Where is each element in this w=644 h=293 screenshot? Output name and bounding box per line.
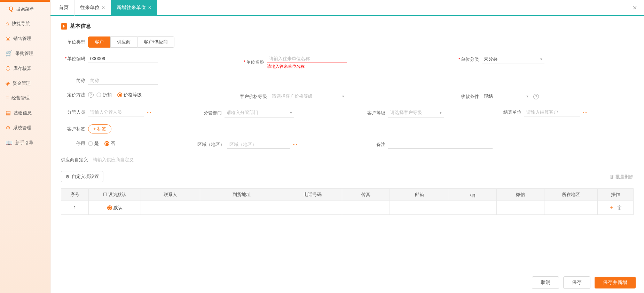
basic-icon: ▤ [6, 109, 11, 116]
col-phone: 电话号码 [283, 189, 342, 201]
wechat-input[interactable] [510, 204, 531, 212]
save-button[interactable]: 保存 [563, 276, 590, 289]
tag-row: 客户标签 + 标签 [61, 124, 634, 133]
sidebar-item-quicknav[interactable]: ⌂ 快捷导航 [0, 16, 50, 31]
cell-fax[interactable] [342, 201, 390, 215]
cell-action: ＋ 🗑 [598, 201, 634, 215]
manager-input[interactable] [88, 108, 144, 116]
sidebar-item-guide[interactable]: 📖 新手引导 [0, 135, 50, 150]
radio-discount[interactable]: 折扣 [96, 92, 112, 98]
qq-input[interactable] [462, 204, 483, 212]
cell-address[interactable] [200, 201, 283, 215]
col-qq: qq [449, 189, 497, 201]
row-default-radio[interactable] [107, 205, 112, 210]
radio-price-level[interactable]: 价格等级 [117, 92, 142, 98]
guide-icon: 📖 [6, 139, 13, 146]
sidebar-item-basic[interactable]: ▤ 基础信息 [0, 105, 50, 120]
customer-level-select[interactable]: 请选择客户等级 ▾ [388, 108, 444, 117]
customer-level-placeholder: 请选择客户等级 [390, 109, 422, 116]
tab-new-counterparty[interactable]: 新增往来单位 ✕ [111, 0, 157, 16]
address-input[interactable] [221, 204, 262, 212]
sidebar-item-purchase[interactable]: 🛒 采购管理 [0, 46, 50, 61]
cell-wechat[interactable] [496, 201, 544, 215]
cell-contact[interactable] [141, 201, 200, 215]
customer-price-field: 客户价格等级 请选择客户价格等级 ▾ [240, 92, 455, 101]
settlement-more-btn[interactable]: ··· [583, 109, 587, 115]
customer-price-select[interactable]: 请选择客户价格等级 ▾ [270, 92, 346, 101]
supplier-custom-label: 供应商自定义 [61, 157, 88, 163]
sidebar-item-sales[interactable]: ◎ 销售管理 [0, 31, 50, 46]
payment-value: 现结 [484, 93, 493, 99]
cell-seq: 1 [61, 201, 89, 215]
sidebar-item-label: 搜索菜单 [16, 6, 34, 12]
unit-name-label: *单位名称 [240, 59, 264, 65]
btn-customer[interactable]: 客户 [88, 36, 110, 48]
sidebar-item-finance[interactable]: ◈ 资金管理 [0, 76, 50, 91]
payment-select[interactable]: 现结 ▾ [482, 92, 531, 101]
manager-more-btn[interactable]: ··· [147, 109, 151, 115]
short-name-input[interactable] [88, 76, 158, 85]
manager-label: 分管人员 [61, 109, 85, 115]
unit-code-input[interactable] [88, 55, 158, 63]
email-input[interactable] [406, 204, 433, 212]
cancel-button[interactable]: 取消 [532, 276, 559, 289]
sidebar-item-system[interactable]: ⚙ 系统管理 [0, 120, 50, 135]
add-row-btn[interactable]: ＋ [608, 204, 614, 211]
cell-phone[interactable] [283, 201, 342, 215]
tag-label: 客户标签 [61, 126, 85, 132]
tab-home[interactable]: 首页 [53, 0, 74, 16]
sidebar-item-operations[interactable]: ≡ 经营管理 [0, 91, 50, 105]
tab-new-counterparty-label: 新增往来单位 [117, 5, 146, 11]
row-default-label: 默认 [113, 205, 123, 211]
remark-input[interactable] [388, 140, 493, 149]
radio-no[interactable]: 否 [104, 140, 115, 147]
cell-email[interactable] [390, 201, 449, 215]
save-new-button[interactable]: 保存并新增 [595, 277, 636, 288]
btn-both[interactable]: 客户/供应商 [137, 36, 174, 48]
radio-discount-circle [96, 92, 101, 97]
tab-counterparty[interactable]: 往来单位 ✕ [74, 0, 111, 16]
custom-settings-button[interactable]: ⚙ 自定义项设置 [61, 171, 103, 182]
region-input[interactable] [227, 140, 290, 149]
cell-qq[interactable] [449, 201, 497, 215]
unit-name-input[interactable] [267, 55, 347, 63]
radio-yes-label: 是 [94, 140, 99, 147]
section-header: F 基本信息 [61, 23, 634, 30]
col-region: 所在地区 [544, 189, 597, 201]
sidebar-item-label: 库存核算 [13, 65, 31, 72]
unit-category-field: *单位分类 未分类 ▾ [455, 55, 634, 64]
section-title: 基本信息 [70, 23, 91, 30]
main-area: 首页 往来单位 ✕ 新增往来单位 ✕ ✕ F 基本信息 单位类型 客户 供应商 … [50, 0, 644, 293]
pricing-row: 定价方法 ? 折扣 价格等级 客户价格等级 请选择客户价格等 [61, 92, 634, 101]
cell-region[interactable] [544, 201, 597, 215]
unit-category-select[interactable]: 未分类 ▾ [482, 55, 544, 64]
radio-yes[interactable]: 是 [88, 140, 99, 147]
settings-icon: ⚙ [65, 174, 70, 179]
unit-category-required-star: * [458, 57, 460, 62]
col-email: 邮箱 [390, 189, 449, 201]
global-close-button[interactable]: ✕ [628, 5, 641, 11]
row-region-input[interactable] [559, 204, 583, 212]
fax-input[interactable] [355, 204, 376, 212]
settlement-input[interactable] [524, 108, 580, 116]
short-name-label: 简称 [61, 78, 85, 84]
add-tag-btn[interactable]: + 标签 [88, 124, 111, 133]
supplier-custom-row: 供应商自定义 [61, 156, 634, 164]
department-select[interactable]: 请输入分管部门 ▾ [225, 108, 294, 117]
region-more-btn[interactable]: ··· [293, 141, 297, 148]
sidebar-item-inventory[interactable]: ⬡ 库存核算 [0, 61, 50, 76]
supplier-custom-input[interactable] [91, 156, 160, 164]
sidebar-item-search[interactable]: ≡Q 搜索菜单 [0, 2, 50, 16]
col-default-check: ☐ [103, 192, 107, 197]
payment-field: 收款条件 现结 ▾ ? [455, 92, 634, 101]
tab-counterparty-close[interactable]: ✕ [102, 5, 105, 10]
delete-row-btn[interactable]: 🗑 [617, 205, 622, 211]
phone-input[interactable] [299, 204, 327, 212]
pricing-help-icon[interactable]: ? [88, 92, 94, 98]
btn-supplier[interactable]: 供应商 [110, 36, 137, 48]
settlement-label: 结算单位 [497, 109, 521, 115]
contact-input[interactable] [156, 204, 184, 212]
tab-new-counterparty-close[interactable]: ✕ [148, 5, 151, 10]
payment-help-icon[interactable]: ? [533, 94, 539, 99]
batch-delete-btn[interactable]: 🗑 批量删除 [610, 174, 634, 180]
